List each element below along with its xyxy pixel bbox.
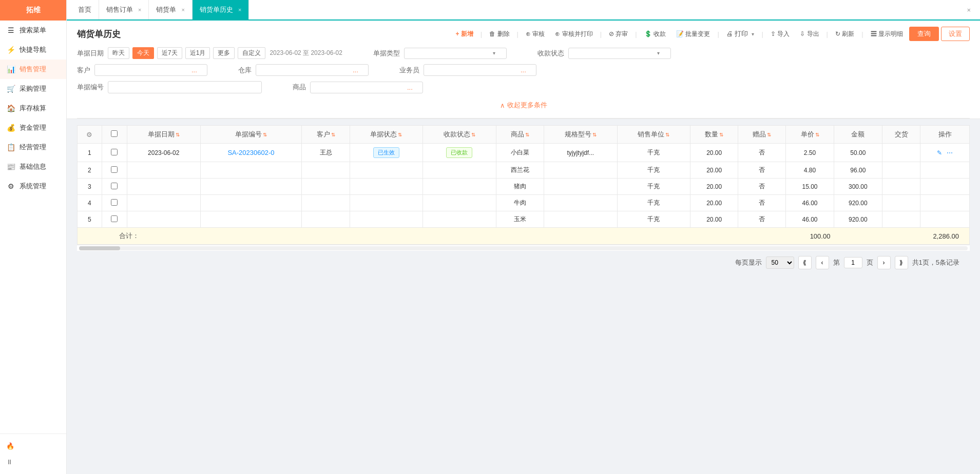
import-button[interactable]: ⇪ 导入	[766, 28, 794, 41]
query-button[interactable]: 查询	[909, 27, 939, 41]
abandon-button[interactable]: ⊘ 弃审	[605, 28, 632, 41]
new-button[interactable]: + 新增	[451, 28, 477, 41]
export-button[interactable]: ⇩ 导出	[796, 28, 823, 41]
sidebar-item-search-menu[interactable]: ☰ 搜索菜单	[0, 21, 66, 40]
col-spec[interactable]: 规格型号⇅	[544, 126, 617, 144]
row4-action	[920, 195, 970, 211]
date-btn-7days[interactable]: 近7天	[157, 47, 182, 59]
setting-button[interactable]: 设置	[941, 27, 970, 41]
col-doc-status[interactable]: 单据状态⇅	[350, 126, 423, 144]
row1-edit-btn[interactable]: ✎	[935, 149, 944, 156]
salesman-input[interactable]	[428, 67, 521, 74]
show-detail-button[interactable]: ☰ 显示明细	[867, 28, 907, 41]
sidebar-bottom-pause[interactable]: ⏸	[0, 454, 66, 470]
select-all-checkbox[interactable]	[111, 130, 118, 137]
col-unit-price[interactable]: 单价⇅	[786, 126, 834, 144]
scroll-track[interactable]	[79, 246, 968, 250]
tab-sales-goods[interactable]: 销货单 ×	[149, 0, 192, 19]
close-all-button[interactable]: ×	[962, 6, 976, 14]
sidebar-item-sys-mgmt[interactable]: ⚙ 系统管理	[0, 176, 66, 196]
refresh-button[interactable]: ↻ 刷新	[831, 28, 858, 41]
sidebar-item-quick-nav[interactable]: ⚡ 快捷导航	[0, 40, 66, 60]
tab-home[interactable]: 首页	[71, 0, 99, 19]
row2-checkbox[interactable]	[102, 162, 127, 179]
tab-sales-goods-close[interactable]: ×	[181, 7, 184, 13]
tab-sales-order[interactable]: 销售订单 ×	[99, 0, 149, 19]
col-customer[interactable]: 客户⇅	[302, 126, 350, 144]
print-button[interactable]: 🖨 打印 ▾	[722, 27, 759, 41]
row4-select-checkbox[interactable]	[111, 199, 118, 206]
col-collect-status[interactable]: 收款状态⇅	[423, 126, 496, 144]
row1-checkbox[interactable]	[102, 144, 127, 162]
sort-gift-icon: ⇅	[767, 132, 771, 137]
date-btn-1month[interactable]: 近1月	[185, 47, 210, 59]
row5-checkbox[interactable]	[102, 211, 127, 228]
customer-input-wrapper[interactable]: ...	[94, 64, 207, 76]
gear-col-icon[interactable]: ⚙	[86, 131, 92, 139]
collect-status-input[interactable]	[573, 50, 655, 57]
date-btn-today[interactable]: 今天	[132, 47, 154, 59]
warehouse-ellipsis-btn[interactable]: ...	[353, 66, 358, 74]
goods-input[interactable]	[315, 84, 407, 91]
sidebar-item-finance-mgmt[interactable]: 💰 资金管理	[0, 118, 66, 137]
row1-select-checkbox[interactable]	[111, 149, 118, 155]
warehouse-input-wrapper[interactable]: ...	[256, 64, 369, 76]
doc-type-input[interactable]	[409, 50, 491, 57]
customer-input[interactable]	[99, 67, 191, 74]
table-row: 4 牛肉 千克 20.00 否 46.00 920.00	[78, 195, 970, 211]
delete-button[interactable]: 🗑 删除	[485, 28, 513, 41]
sidebar-item-purchase-mgmt[interactable]: 🛒 采购管理	[0, 79, 66, 98]
col-qty[interactable]: 数量⇅	[690, 126, 738, 144]
audit-button[interactable]: ⊕ 审核	[522, 28, 549, 41]
row1-detail-btn[interactable]: ⋯	[945, 149, 954, 156]
doc-type-input-wrapper[interactable]: ▾	[404, 48, 507, 59]
audit-print-button[interactable]: ⊕ 审核并打印	[551, 28, 597, 41]
collect-button[interactable]: 💲 收款	[640, 28, 670, 41]
row3-checkbox[interactable]	[102, 179, 127, 195]
col-unit[interactable]: 销售单位⇅	[617, 126, 690, 144]
salesman-ellipsis-btn[interactable]: ...	[521, 66, 526, 74]
next-page-btn[interactable]: ›	[877, 256, 891, 269]
last-page-btn[interactable]: ⟫	[895, 256, 908, 269]
col-goods[interactable]: 商品⇅	[496, 126, 544, 144]
collapse-filter-btn[interactable]: ∧ 收起更多条件	[77, 98, 970, 112]
col-doc-date[interactable]: 单据日期⇅	[127, 126, 200, 144]
sidebar-item-ops-mgmt[interactable]: 📋 经营管理	[0, 137, 66, 157]
first-page-btn[interactable]: ⟪	[798, 256, 812, 269]
tab-sales-history[interactable]: 销货单历史 ×	[193, 0, 249, 19]
col-gear[interactable]: ⚙	[78, 126, 102, 144]
tab-sales-order-close[interactable]: ×	[138, 7, 141, 13]
date-btn-custom[interactable]: 自定义	[238, 47, 265, 59]
sidebar-item-sales-mgmt[interactable]: 📊 销售管理	[0, 60, 66, 79]
col-trade-label: 交货	[895, 130, 908, 138]
date-btn-yesterday[interactable]: 昨天	[108, 47, 129, 59]
goods-ellipsis-btn[interactable]: ...	[407, 84, 413, 91]
page-number-input[interactable]	[844, 257, 862, 268]
row5-select-checkbox[interactable]	[111, 215, 118, 222]
row1-doc-no-link[interactable]: SA-20230602-0	[227, 149, 274, 156]
date-btn-more[interactable]: 更多	[213, 47, 235, 59]
row4-checkbox[interactable]	[102, 195, 127, 211]
sidebar-bottom-fire[interactable]: 🔥	[0, 438, 66, 454]
customer-ellipsis-btn[interactable]: ...	[191, 66, 197, 74]
col-doc-no[interactable]: 单据编号⇅	[200, 126, 302, 144]
tab-sales-history-close[interactable]: ×	[238, 7, 241, 13]
per-page-select[interactable]: 50 100 200	[766, 256, 794, 269]
goods-input-wrapper[interactable]: ...	[310, 82, 423, 93]
warehouse-input[interactable]	[260, 67, 353, 74]
doc-no-input[interactable]	[108, 81, 262, 93]
collect-status-input-wrapper[interactable]: ▾	[568, 48, 671, 59]
sidebar-item-label: 采购管理	[20, 84, 46, 93]
horizontal-scrollbar[interactable]	[77, 245, 970, 251]
scroll-thumb[interactable]	[79, 246, 120, 250]
sidebar-item-basic-info[interactable]: 📰 基础信息	[0, 157, 66, 176]
sidebar-item-inventory[interactable]: 🏠 库存核算	[0, 98, 66, 118]
row2-select-checkbox[interactable]	[111, 166, 118, 173]
salesman-input-wrapper[interactable]: ...	[424, 64, 536, 76]
row1-doc-no[interactable]: SA-20230602-0	[200, 144, 302, 162]
prev-page-btn[interactable]: ‹	[816, 256, 829, 269]
row1-trade	[882, 144, 920, 162]
batch-change-button[interactable]: 📝 批量变更	[672, 28, 714, 41]
row3-select-checkbox[interactable]	[111, 183, 118, 189]
col-gift[interactable]: 赠品⇅	[738, 126, 786, 144]
